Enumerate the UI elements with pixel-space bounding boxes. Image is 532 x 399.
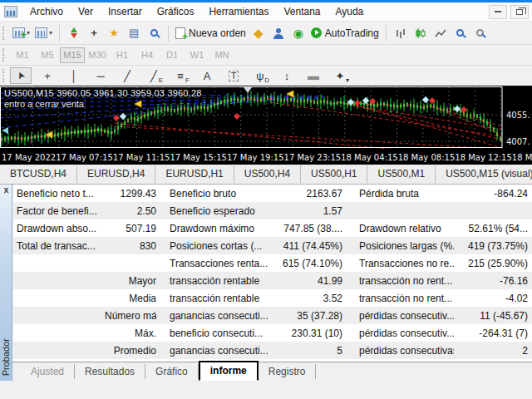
crosshair-icon: + [91,27,97,39]
drawing-tool-button[interactable]: ╱ [116,67,138,84]
report-row: Drawdown abso... 507.19 Drawdown máximo … [13,219,532,237]
strategy-tester-panel: x Probador Beneficio neto t... 1299.43 B… [0,185,532,399]
strategy-tester-button[interactable] [144,24,164,42]
metaeditor-button[interactable]: ◆ [249,24,268,42]
drawing-tool-button[interactable]: T [223,67,244,84]
toolbar-grip[interactable] [2,69,7,82]
timeframe-button[interactable]: M5 [35,47,60,63]
time-axis-label: 18 May 04:15 [341,153,398,162]
drawing-tool-button[interactable]: ✦▾ [329,67,351,84]
drawing-tool-button[interactable]: + [37,67,58,84]
tester-tab[interactable]: informe [199,361,259,381]
report-value: 830 [105,240,156,252]
drawing-tool-button[interactable]: ➤ [10,67,32,84]
timeframe-button[interactable]: W1 [185,47,209,63]
zoom-out-icon [476,29,484,37]
report-value: 230.31 (10) [268,328,342,339]
signals-button[interactable]: ◉ [288,24,308,42]
menu-item[interactable]: Insertar [101,4,150,19]
time-axis: 17 May 202217 May 07:1517 May 11:1517 Ma… [0,150,532,165]
market-watch-button[interactable] [64,24,84,42]
community-icon [273,28,283,38]
zoom-out-button[interactable] [470,24,490,42]
menu-item[interactable]: Ayuda [328,4,371,19]
chart-tab[interactable]: EURUSD,H4 [77,165,155,183]
chart-tab-bar: BTCUSD,H4EURUSD,H4EURUSD,H1US500,H4US500… [0,165,532,185]
menu-item[interactable]: Ventana [276,4,328,19]
toolbar-grip[interactable] [2,48,7,62]
window-controls [485,5,529,19]
drawing-tool-button[interactable]: │ [63,67,85,84]
time-axis-label: 17 May 15:15 [170,153,227,162]
drawing-tool-button[interactable]: ╱E [143,67,165,84]
report-label: pérdidas consecutivas [356,345,454,357]
report-value: 11 (-45.67) [454,310,528,322]
report-row: Promedio ganancias consecuti... 5 pérdid… [13,342,532,359]
autotrading-button[interactable]: AutoTrading [308,24,382,42]
report-row: Transacciones renta... 615 (74.10%) Tran… [13,254,532,272]
bar-chart-button[interactable] [391,24,411,42]
menu-item[interactable]: Gráficos [150,4,202,19]
data-window-button[interactable]: + [84,24,104,42]
report-label: transacción rentable [166,293,268,304]
zoom-in-button[interactable] [451,24,470,42]
minimize-button[interactable] [489,5,507,19]
tester-tab[interactable]: Ajusted [21,364,75,379]
new-chart-button[interactable]: +▾ [10,24,32,42]
tester-tab[interactable]: Registro [259,364,317,379]
menu-item[interactable]: Herramientas [201,4,276,19]
report-value: -864.24 [454,188,528,200]
time-axis-label: 18 May 12:15 [455,153,512,162]
close-icon[interactable]: x [0,185,12,195]
menu-item[interactable]: Ver [71,4,101,19]
drawing-tool-button[interactable]: ≡F [170,67,191,84]
menu-item[interactable]: Archivo [22,4,71,19]
price-axis-label: 4055. [506,111,532,120]
chart-tab[interactable]: EURUSD,H1 [155,165,234,183]
report-value: 52.61% (54... [454,223,528,234]
chart-tab[interactable]: US500,M15 (visual) [436,165,532,183]
tester-tab[interactable]: Gráfico [145,364,199,379]
timeframe-button[interactable]: M15 [60,47,85,63]
candlestick-chart-button[interactable] [411,24,431,42]
chart-tab[interactable]: US500,M1 [367,165,436,183]
timeframe-button[interactable]: H4 [135,47,160,63]
tester-tab-bar: AjustedResultadosGráficoinformeRegistro [12,362,532,381]
chart-area[interactable]: US500,M15 3960.05 3961.30 3959.03 3960.2… [0,86,532,165]
drawing-tool-button[interactable]: ─ [90,67,111,84]
report-value: 215 (25.90%) [454,258,528,269]
report-value: 35 (37.28) [268,310,342,322]
timeframe-button[interactable]: M1 [10,47,35,63]
report-label: Beneficio bruto [166,188,268,200]
chart-tab[interactable]: US500,H4 [234,165,301,183]
restore-icon [516,9,523,15]
timeframe-button[interactable]: H1 [110,47,135,63]
drawing-tool-button[interactable]: A [196,67,218,84]
report-value: 1.57 [268,205,342,217]
drawing-tool-button[interactable]: ▬ [303,67,324,84]
toolbar-separator [168,25,169,42]
toolbar-grip[interactable] [2,27,7,40]
time-axis-label: 17 May 2022 [2,153,56,162]
chart-tab[interactable]: US500,H1 [301,165,367,183]
timeframe-button[interactable]: M30 [85,47,110,63]
drawing-tool-button[interactable]: ψD [249,67,271,84]
terminal-button[interactable]: ▤ [124,24,144,42]
timeframe-button[interactable]: D1 [160,47,185,63]
drawing-toolbar: ➤+│─╱╱E≡FATψD↕▬✦▾ [0,66,532,86]
profiles-button[interactable]: ▾ [32,24,55,42]
new-order-button[interactable]: Nueva orden [173,24,249,42]
report-table: Beneficio neto t... 1299.43 Beneficio br… [13,185,532,362]
report-label: Transacciones renta... [166,258,268,269]
line-chart-button[interactable] [431,24,451,42]
navigator-button[interactable]: ★ [104,24,124,42]
chart-ohlc-header: US500,M15 3960.05 3961.30 3959.03 3960.2… [4,88,202,98]
community-button[interactable] [268,24,288,42]
report-label: Factor de benefi... [13,205,105,217]
timeframe-button[interactable]: MN [209,47,234,63]
chart-tab[interactable]: BTCUSD,H4 [0,165,77,183]
price-axis-label: 4007. [506,137,532,146]
drawing-tool-button[interactable]: ↕ [276,67,298,84]
restore-button[interactable] [510,5,529,19]
tester-tab[interactable]: Resultados [75,364,145,379]
